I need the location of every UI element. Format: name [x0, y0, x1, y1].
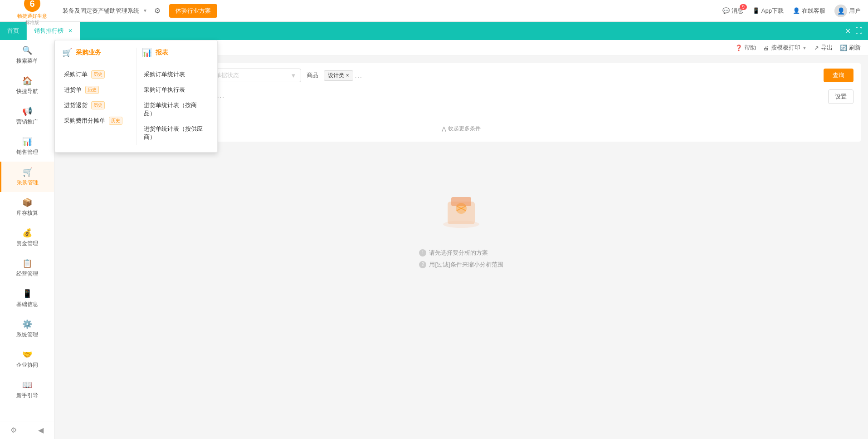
logo: 6 畅捷通好生意 标准版: [7, 0, 57, 26]
goods-tag-value: 设计类 ×: [328, 72, 349, 79]
settings-btn[interactable]: 设置: [828, 89, 853, 104]
sidebar-settings-btn[interactable]: ⚙: [10, 426, 17, 434]
purchase-order-stat-label: 采购订单统计表: [144, 70, 185, 79]
fund-icon: 💰: [22, 228, 32, 238]
search-menu-icon: 🔍: [22, 45, 32, 55]
dropdown-item-purchase-order[interactable]: 采购订单 历史: [62, 67, 131, 82]
user-btn[interactable]: 👤 用户: [834, 5, 861, 17]
sidebar-collapse-btn[interactable]: ◀: [38, 426, 44, 434]
sidebar-item-starter[interactable]: 📖 新手引导: [0, 375, 54, 405]
sidebar-item-quick-nav[interactable]: 🏠 快捷导航: [0, 70, 54, 101]
online-service-btn[interactable]: 👤 在线客服: [793, 7, 825, 15]
sidebar-item-inventory[interactable]: 📦 库存核算: [0, 192, 54, 222]
doc-status-select[interactable]: 单据状态 ▼: [210, 69, 301, 82]
purchase-business-header: 🛒 采购业务: [62, 48, 131, 61]
export-label: 导出: [821, 44, 833, 52]
refresh-btn[interactable]: 🔄 刷新: [840, 44, 861, 52]
sidebar-item-label: 企业协同: [16, 361, 38, 369]
collapse-label: 收起更多条件: [448, 125, 481, 133]
sidebar-item-enterprise[interactable]: 🤝 企业协同: [0, 344, 54, 375]
purchase-icon: 🛒: [23, 167, 33, 177]
starter-icon: 📖: [22, 380, 32, 390]
inbound-stat-goods-label: 进货单统计表（按商品）: [144, 101, 209, 118]
salesperson-filter-group: ...: [217, 92, 225, 99]
inbound-label: 进货单: [64, 86, 82, 94]
message-btn[interactable]: 💬 消息 9: [722, 7, 743, 15]
export-btn[interactable]: ↗ 导出: [814, 44, 833, 52]
sidebar-item-sales-mgmt[interactable]: 📊 销售管理: [0, 131, 54, 162]
sidebar-item-system-mgmt[interactable]: ⚙️ 系统管理: [0, 314, 54, 344]
sidebar: 🔍 搜索菜单 🏠 快捷导航 📢 营销推广 📊 销售管理 🛒 采购管理 📦 库存核…: [0, 40, 54, 439]
message-icon: 💬: [722, 7, 730, 14]
sidebar-item-marketing[interactable]: 📢 营销推广: [0, 101, 54, 131]
goods-more-btn[interactable]: ...: [355, 72, 363, 79]
quick-nav-icon: 🏠: [22, 76, 32, 86]
purchase-order-exec-label: 采购订单执行表: [144, 86, 185, 94]
reports-col-title: 报表: [156, 49, 168, 57]
dropdown-item-inbound-stat-goods[interactable]: 进货单统计表（按商品）: [142, 98, 210, 121]
reports-col: 📊 报表 采购订单统计表 采购订单执行表 进货单统计表（按商品） 进货单统计表（…: [142, 48, 210, 145]
app-icon: 📱: [752, 7, 760, 14]
tabbar: 首页 销售排行榜 ✕ ✕ ⛶: [0, 22, 868, 40]
action-btns: 查询: [824, 69, 853, 82]
inventory-icon: 📦: [22, 197, 32, 207]
message-badge: 9: [740, 4, 747, 10]
collapse-btn[interactable]: ⋀ 收起更多条件: [442, 125, 481, 133]
sidebar-item-basic-info[interactable]: 📱 基础信息: [0, 283, 54, 314]
sidebar-item-label: 销售管理: [16, 148, 38, 156]
goods-filter-group: 设计类 × ...: [324, 70, 362, 81]
marketing-icon: 📢: [22, 106, 32, 116]
tab-close-all-icon[interactable]: ✕: [845, 27, 851, 35]
inbound-return-label: 进货退货: [64, 101, 88, 109]
refresh-icon: 🔄: [840, 44, 847, 51]
dropdown-columns: 🛒 采购业务 采购订单 历史 进货单 历史 进货退货 历史 采购费用分摊单 历史: [62, 48, 210, 145]
avatar: 👤: [834, 5, 847, 17]
goods-tag: 设计类 ×: [324, 70, 353, 81]
sidebar-item-fund-mgmt[interactable]: 💰 资金管理: [0, 222, 54, 253]
operations-icon: 📋: [22, 258, 32, 268]
logo-icon: 6: [24, 0, 40, 12]
sidebar-item-search-menu[interactable]: 🔍 搜索菜单: [0, 40, 54, 70]
experience-btn[interactable]: 体验行业方案: [169, 4, 217, 18]
col-divider: [136, 48, 137, 145]
print-template-btn[interactable]: 🖨 按模板打印 ▼: [763, 44, 807, 52]
settings-btn-container: 设置: [828, 87, 853, 104]
query-btn[interactable]: 查询: [824, 69, 853, 82]
dropdown-item-purchase-order-exec[interactable]: 采购订单执行表: [142, 82, 210, 98]
dropdown-item-inbound-stat-supplier[interactable]: 进货单统计表（按供应商）: [142, 121, 210, 145]
settings-icon[interactable]: ⚙: [151, 5, 164, 17]
reports-header: 📊 报表: [142, 48, 210, 61]
salesperson-more-btn[interactable]: ...: [217, 92, 225, 99]
refresh-label: 刷新: [849, 44, 861, 52]
system-icon: ⚙️: [22, 319, 32, 329]
sidebar-item-purchase-mgmt[interactable]: 🛒 采购管理: [0, 162, 54, 192]
app-download-label: App下载: [761, 7, 784, 15]
app-download-btn[interactable]: 📱 App下载: [752, 7, 784, 15]
reports-col-icon: 📊: [142, 48, 152, 58]
tab-close-icon[interactable]: ✕: [68, 28, 73, 34]
dropdown-item-purchase-order-stat[interactable]: 采购订单统计表: [142, 67, 210, 82]
dropdown-item-inbound[interactable]: 进货单 历史: [62, 82, 131, 98]
purchase-col-title: 采购业务: [76, 49, 101, 57]
collapse-up-icon: ⋀: [442, 126, 446, 132]
sidebar-item-label: 采购管理: [17, 179, 39, 187]
sidebar-item-label: 库存核算: [16, 209, 38, 217]
inbound-history-badge: 历史: [85, 86, 99, 94]
sidebar-bottom: ⚙ ◀: [0, 421, 54, 439]
tabbar-end: ✕ ⛶: [845, 22, 868, 40]
topbar: 6 畅捷通好生意 标准版 装备及固定资产辅助管理系统 ▼ ⚙ 体验行业方案 💬 …: [0, 0, 868, 22]
sidebar-item-operations[interactable]: 📋 经营管理: [0, 253, 54, 283]
tab-expand-icon[interactable]: ⛶: [855, 27, 863, 35]
sidebar-item-label: 新手引导: [16, 392, 38, 400]
inbound-stat-supplier-label: 进货单统计表（按供应商）: [144, 125, 209, 141]
tab-home-label: 首页: [7, 27, 19, 35]
dropdown-item-inbound-return[interactable]: 进货退货 历史: [62, 98, 131, 113]
sidebar-item-label: 营销推广: [16, 118, 38, 126]
topbar-right: 💬 消息 9 📱 App下载 👤 在线客服 👤 用户: [722, 5, 861, 17]
step1-num: 1: [419, 249, 426, 256]
dropdown-item-purchase-expense[interactable]: 采购费用分摊单 历史: [62, 113, 131, 128]
help-btn[interactable]: ❓ 帮助: [735, 44, 756, 52]
logo-name: 畅捷通好生意: [17, 13, 47, 20]
empty-illustration: [434, 183, 488, 238]
system-selector[interactable]: 装备及固定资产辅助管理系统 ▼: [63, 7, 147, 15]
